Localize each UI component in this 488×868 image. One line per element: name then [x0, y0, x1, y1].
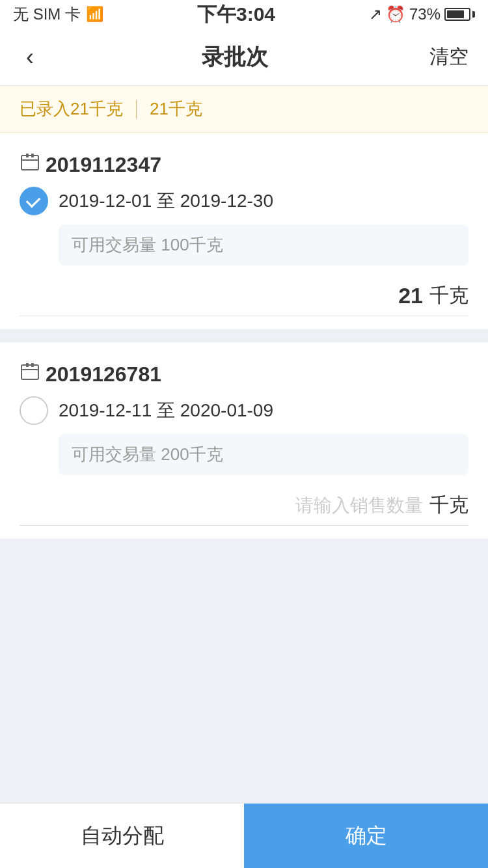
battery-fill	[447, 10, 464, 18]
battery-icon	[444, 8, 475, 21]
battery-percent: 73%	[409, 5, 441, 23]
alarm-icon: ⏰	[386, 5, 405, 23]
svg-rect-5	[26, 363, 29, 367]
status-time: 下午3:04	[197, 1, 275, 28]
recorded-value: 21千克	[150, 98, 202, 120]
card-separator	[0, 329, 488, 342]
sim-label: 无 SIM 卡	[13, 4, 81, 25]
radio-btn-2[interactable]	[20, 396, 48, 425]
empty-area	[0, 539, 488, 838]
status-right: ↗ ⏰ 73%	[369, 5, 475, 23]
recorded-label: 已录入21千克	[20, 98, 123, 120]
batch-id-1: 2019112347	[46, 153, 161, 177]
batch-date-1: 2019-12-01 至 2019-12-30	[59, 189, 273, 213]
info-divider	[136, 100, 137, 118]
amount-input-row-2: 千克	[20, 481, 468, 525]
divider-2	[20, 525, 468, 526]
bottom-bar: 自动分配 确定	[0, 803, 488, 868]
amount-unit-2: 千克	[429, 492, 468, 519]
batch-item-1: 2019112347 2019-12-01 至 2019-12-30 可用交易量…	[0, 133, 488, 329]
clear-button[interactable]: 清空	[429, 44, 468, 70]
page-title: 录批次	[202, 42, 268, 72]
info-banner: 已录入21千克 21千克	[0, 86, 488, 133]
available-box-1: 可用交易量 100千克	[59, 224, 468, 265]
batch-date-row-1: 2019-12-01 至 2019-12-30	[20, 187, 468, 215]
quantity-input-2[interactable]	[228, 495, 423, 516]
svg-rect-2	[31, 154, 34, 157]
svg-rect-0	[21, 156, 38, 170]
batch-id-2: 2019126781	[46, 362, 161, 387]
available-box-2: 可用交易量 200千克	[59, 434, 468, 475]
batch-icon-2	[20, 362, 40, 387]
batch-date-2: 2019-12-11 至 2020-01-09	[59, 398, 273, 423]
amount-unit-1: 千克	[429, 282, 468, 309]
svg-rect-1	[26, 154, 29, 157]
batch-item-2: 2019126781 2019-12-11 至 2020-01-09 可用交易量…	[0, 342, 488, 539]
wifi-icon: 📶	[86, 6, 103, 23]
radio-btn-1[interactable]	[20, 187, 48, 215]
svg-rect-4	[21, 365, 38, 379]
back-button[interactable]: ‹	[20, 37, 40, 77]
amount-row-1: 21 千克	[20, 272, 468, 316]
confirm-button[interactable]: 确定	[244, 804, 488, 868]
auto-distribute-button[interactable]: 自动分配	[0, 804, 244, 868]
nav-bar: ‹ 录批次 清空	[0, 29, 488, 86]
battery-body	[444, 8, 470, 21]
status-left: 无 SIM 卡 📶	[13, 4, 103, 25]
batch-header-1: 2019112347	[20, 152, 468, 178]
amount-value-1: 21	[398, 283, 423, 308]
battery-tip	[472, 11, 475, 18]
svg-rect-6	[31, 363, 34, 367]
location-icon: ↗	[369, 5, 382, 23]
status-bar: 无 SIM 卡 📶 下午3:04 ↗ ⏰ 73%	[0, 0, 488, 29]
divider-1	[20, 316, 468, 316]
batch-header-2: 2019126781	[20, 362, 468, 387]
batch-date-row-2: 2019-12-11 至 2020-01-09	[20, 396, 468, 425]
batch-icon-1	[20, 152, 40, 178]
